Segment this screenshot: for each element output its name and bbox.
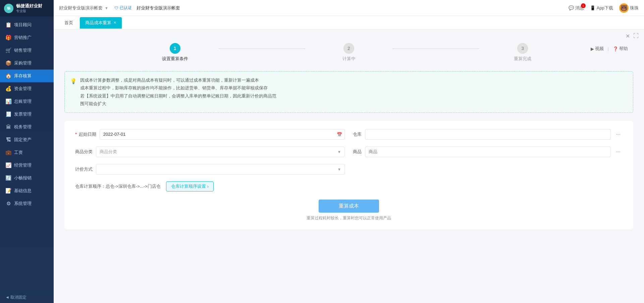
warehouse-order-settings-button[interactable]: 仓库计算顺序设置 › [166,181,214,191]
sidebar-nav: 📋 项目顾问 🎁 营销推广 🛒 销售管理 📦 采购管理 🏠 库存核算 💰 资金管… [0,17,54,292]
sidebar-item-label: 税务管理 [14,124,32,130]
category-label: 商品分类 [75,149,93,155]
tabbar: 首页 商品成本重算 ✕ [54,16,644,30]
info-line-3: 若【系统设置】中启用了自动调整记账日期时，会调整入库单的整单记账日期，因此重新计… [80,92,276,100]
finance-icon: 💰 [5,86,11,92]
goods-ellipsis-button[interactable]: ··· [614,149,623,155]
info-line-4: 围可能会扩大 [80,100,276,107]
sidebar-item-label: 固定资产 [14,137,32,143]
category-select[interactable]: 商品分类 ▼ [96,146,345,157]
goods-field: 商品 ··· [353,146,623,157]
tab-cost-recalc[interactable]: 商品成本重算 ✕ [80,17,122,29]
sidebar-item-label: 经营管理 [14,162,32,168]
pricing-select[interactable]: ▼ [96,164,345,175]
company-name: 好业财专业版演示帐套 [137,5,180,11]
step-3-circle: 3 [517,43,528,54]
phone-icon: 📱 [590,5,595,10]
sidebar-item-label: 系统管理 [14,201,32,207]
sidebar-item-label: 基础信息 [14,188,32,194]
inventory-icon: 🏠 [5,73,11,79]
sidebar-item-system[interactable]: ⚙ 系统管理 [0,197,54,210]
sidebar-item-sales[interactable]: 🛒 销售管理 [0,44,54,57]
sidebar-item-label: 小畅报销 [14,175,32,181]
sidebar-item-label: 营销推广 [14,35,32,41]
sidebar-item-tax[interactable]: 🏛 税务管理 [0,121,54,133]
close-window-button[interactable]: ✕ [626,33,630,39]
operation-icon: 📈 [5,162,11,168]
sidebar-item-finance[interactable]: 💰 资金管理 [0,82,54,95]
sales-icon: 🛒 [5,47,11,53]
sidebar: 畅 畅捷通好业财 专业版 📋 项目顾问 🎁 营销推广 🛒 销售管理 📦 采购管理… [0,0,54,303]
required-mark: * [75,132,77,137]
category-chevron-icon: ▼ [337,150,341,154]
help-links: ▶ 视频 | ❓ 帮助 [591,46,628,52]
warehouse-ellipsis-button[interactable]: ··· [614,131,623,137]
info-line-2: 成本重算过程中，影响库存账的操作均不能操作，比如进货单、销货单、库存单据不能审核… [80,84,276,92]
notification-count: 1 [581,3,586,8]
recalc-button[interactable]: 重算成本 [319,200,379,213]
sidebar-item-basic[interactable]: 📝 基础信息 [0,184,54,197]
verified-badge: 🛡 已认证 [114,5,132,11]
form-row-2: 商品分类 商品分类 ▼ 商品 ··· [75,146,623,157]
sidebar-item-label: 发票管理 [14,111,32,117]
sidebar-item-inventory[interactable]: 🏠 库存核算 [0,70,54,82]
purchase-icon: 📦 [5,60,11,66]
assets-icon: 🏗 [5,137,11,142]
warehouse-input[interactable] [365,129,611,140]
start-date-label: * 起始日期 [75,131,96,137]
expand-window-button[interactable]: ⛶ [633,33,639,39]
form-section: * 起始日期 📅 仓库 ··· 商品分类 [64,121,633,229]
sidebar-footer-label: ◄ 取消固定 [5,295,26,300]
step-1-circle: 1 [170,43,180,54]
tab-home[interactable]: 首页 [59,17,78,29]
sidebar-item-label: 销售管理 [14,47,32,53]
salary-icon: 💼 [5,149,11,156]
sidebar-item-purchase[interactable]: 📦 采购管理 [0,57,54,70]
basic-icon: 📝 [5,188,11,194]
sidebar-item-assets[interactable]: 🏗 固定资产 [0,133,54,146]
form-row-1: * 起始日期 📅 仓库 ··· [75,129,623,140]
project-icon: 📋 [5,22,11,28]
tax-icon: 🏛 [5,124,11,130]
warehouse-order-chevron-icon: › [207,184,209,189]
step-2-circle: 2 [343,43,354,54]
sidebar-item-accounting[interactable]: 📊 总账管理 [0,95,54,108]
account-dropdown-icon: ▼ [105,6,108,10]
user-name: 珠珠 [630,5,639,11]
steps-wrapper: 1 设置重算条件 2 计算中 3 重算完成 [64,43,633,62]
sidebar-item-project[interactable]: 📋 项目顾问 [0,18,54,31]
start-date-input[interactable] [100,129,345,140]
user-menu[interactable]: 🐻 珠珠 [619,3,639,13]
video-help-link[interactable]: ▶ 视频 [591,46,604,52]
warehouse-order-text: 仓库计算顺序：总仓->深圳仓库->...->门店仓 [75,183,161,189]
tab-close-icon[interactable]: ✕ [113,20,116,25]
step-line-1 [218,48,305,49]
app-download-button[interactable]: 📱 App下载 [590,5,613,11]
sidebar-header: 畅 畅捷通好业财 专业版 [0,0,54,17]
sidebar-item-label: 项目顾问 [14,22,32,28]
sidebar-item-marketing[interactable]: 🎁 营销推广 [0,31,54,44]
goods-input[interactable] [365,146,611,157]
message-button[interactable]: 💬 消息 1 [569,5,584,11]
pricing-chevron-icon: ▼ [337,167,341,171]
sidebar-item-label: 资金管理 [14,86,32,92]
pricing-label: 计价方式 [75,166,93,172]
sidebar-item-salary[interactable]: 💼 工资 [0,146,54,159]
sidebar-unpin-button[interactable]: ◄ 取消固定 [0,292,54,303]
system-icon: ⚙ [5,201,11,207]
calendar-icon[interactable]: 📅 [337,132,342,137]
info-content: 因成本计算参数调整，或是对商品成本有疑问时，可以通过成本重算功能，重新计算一遍成… [80,76,276,108]
recalc-section: 重算成本 重算过程耗时较长，重算时您可以正常使用产品 [75,200,623,221]
help-link[interactable]: ❓ 帮助 [613,46,628,52]
app-download-label: App下载 [597,5,613,11]
sidebar-item-invoice[interactable]: 🧾 发票管理 [0,108,54,121]
sidebar-item-expense[interactable]: 🔄 小畅报销 [0,172,54,184]
sidebar-logo: 畅 [4,4,13,13]
step-2: 2 计算中 [305,43,392,62]
pricing-field: 计价方式 ▼ [75,164,345,175]
sidebar-item-operation[interactable]: 📈 经营管理 [0,159,54,172]
account-name: 好业财专业版演示帐套 [59,5,103,11]
shield-icon: 🛡 [114,6,118,10]
main-area: 好业财专业版演示帐套 ▼ 🛡 已认证 好业财专业版演示帐套 💬 消息 1 📱 A… [54,0,644,303]
account-selector[interactable]: 好业财专业版演示帐套 ▼ [59,5,108,11]
